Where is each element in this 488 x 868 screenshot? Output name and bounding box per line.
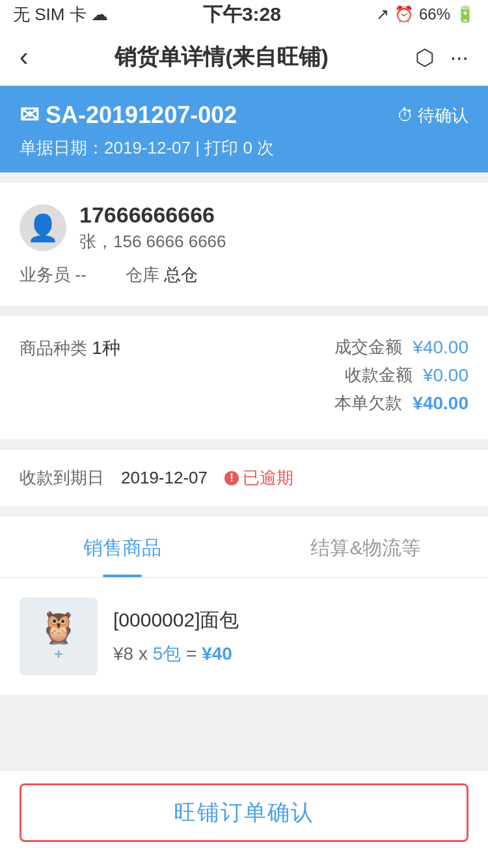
tabs-row: 销售商品 结算&物流等 xyxy=(0,517,488,578)
product-item: 🦉 + [0000002]面包 ¥8 x 5包 = ¥40 xyxy=(0,578,488,695)
order-status: ⏱ 待确认 xyxy=(397,104,468,127)
product-image: 🦉 + xyxy=(20,597,98,675)
product-logo-plus: + xyxy=(55,646,63,663)
user-icon: 👤 xyxy=(27,213,59,243)
order-id-row: ✉ SA-20191207-002 ⏱ 待确认 xyxy=(20,102,468,129)
due-label: 收款到期日 xyxy=(20,467,104,489)
due-section: 收款到期日 2019-12-07 ! 已逾期 xyxy=(0,450,488,506)
category-item: 商品种类 1种 xyxy=(20,336,120,360)
amount-label: 成交金额 xyxy=(334,336,402,359)
salesperson-value: -- xyxy=(75,265,86,284)
owed-label: 本单欠款 xyxy=(334,392,402,414)
order-header: ✉ SA-20191207-002 ⏱ 待确认 单据日期：2019-12-07 … xyxy=(0,86,488,172)
amount-value: ¥40.00 xyxy=(413,337,468,358)
avatar: 👤 xyxy=(20,204,66,251)
bottom-bar: 旺铺订单确认 xyxy=(0,770,488,868)
status-time: 下午3:28 xyxy=(203,1,281,28)
more-icon[interactable]: ··· xyxy=(450,44,468,70)
order-icon: ✉ xyxy=(20,102,39,129)
page-title: 销货单详情(来自旺铺) xyxy=(115,42,329,72)
warehouse-value: 总仓 xyxy=(164,265,198,284)
clock-icon: ⏱ xyxy=(397,105,414,126)
warehouse-item: 仓库 总仓 xyxy=(126,264,198,286)
tab-settlement[interactable]: 结算&物流等 xyxy=(244,517,488,577)
status-right: ↗ ⏰ 66% 🔋 xyxy=(376,5,475,23)
status-text: 待确认 xyxy=(418,104,468,127)
customer-details: 业务员 -- 仓库 总仓 xyxy=(20,264,468,286)
overdue-text: 已逾期 xyxy=(243,467,293,489)
received-label: 收款金额 xyxy=(345,364,413,387)
tabs-section: 销售商品 结算&物流等 🦉 + [0000002]面包 ¥8 x 5包 = ¥4… xyxy=(0,517,488,695)
product-qty: 5包 xyxy=(153,644,182,664)
overdue-icon: ! xyxy=(224,471,239,485)
salesperson-item: 业务员 -- xyxy=(20,264,87,286)
back-button[interactable]: ‹ xyxy=(20,42,28,72)
customer-row: 👤 17666666666 张，156 6666 6666 xyxy=(20,202,468,253)
price-formula: ¥8 x xyxy=(113,644,153,664)
due-date: 2019-12-07 xyxy=(121,468,208,488)
customer-info: 17666666666 张，156 6666 6666 xyxy=(79,202,226,253)
battery-icon: 🔋 xyxy=(455,5,475,23)
customer-name: 张，156 6666 6666 xyxy=(79,230,226,253)
order-id: ✉ SA-20191207-002 xyxy=(20,102,237,129)
received-row: 收款金额 ¥0.00 xyxy=(334,364,468,387)
alarm-icon: ⏰ xyxy=(394,5,414,23)
amount-row: 成交金额 ¥40.00 xyxy=(334,336,468,359)
battery-label: 66% xyxy=(419,5,450,23)
warehouse-label: 仓库 xyxy=(126,265,159,284)
customer-phone: 17666666666 xyxy=(79,202,226,228)
location-icon: ↗ xyxy=(376,5,389,23)
share-icon[interactable]: ⬡ xyxy=(415,44,435,70)
summary-section: 商品种类 1种 成交金额 ¥40.00 收款金额 ¥0.00 本单欠款 ¥40.… xyxy=(0,316,488,439)
product-total: ¥40 xyxy=(202,644,232,664)
salesperson-label: 业务员 xyxy=(20,265,70,284)
confirm-button[interactable]: 旺铺订单确认 xyxy=(20,783,468,842)
tab-sales-product[interactable]: 销售商品 xyxy=(0,517,244,577)
order-meta: 单据日期：2019-12-07 | 打印 0 次 xyxy=(20,137,468,159)
summary-left: 商品种类 1种 xyxy=(20,336,120,360)
product-list: 🦉 + [0000002]面包 ¥8 x 5包 = ¥40 xyxy=(0,578,488,695)
product-logo-icon: 🦉 xyxy=(39,610,78,646)
product-info: [0000002]面包 ¥8 x 5包 = ¥40 xyxy=(113,607,468,666)
status-left: 无 SIM 卡 ☁ xyxy=(13,3,108,26)
equals-sign: = xyxy=(181,644,202,664)
owed-row: 本单欠款 ¥40.00 xyxy=(334,392,468,414)
customer-section: 👤 17666666666 张，156 6666 6666 业务员 -- 仓库 … xyxy=(0,183,488,306)
category-label: 商品种类 xyxy=(20,338,87,358)
overdue-badge: ! 已逾期 xyxy=(224,467,293,489)
product-name: [0000002]面包 xyxy=(113,607,468,634)
nav-actions: ⬡ ··· xyxy=(415,44,468,70)
summary-grid: 商品种类 1种 成交金额 ¥40.00 收款金额 ¥0.00 本单欠款 ¥40.… xyxy=(20,336,468,420)
summary-right: 成交金额 ¥40.00 收款金额 ¥0.00 本单欠款 ¥40.00 xyxy=(334,336,468,420)
status-bar: 无 SIM 卡 ☁ 下午3:28 ↗ ⏰ 66% 🔋 xyxy=(0,0,488,29)
nav-bar: ‹ 销货单详情(来自旺铺) ⬡ ··· xyxy=(0,29,488,86)
owed-value: ¥40.00 xyxy=(413,393,468,414)
received-value: ¥0.00 xyxy=(423,365,468,386)
no-sim-label: 无 SIM 卡 ☁ xyxy=(13,3,108,26)
order-id-text: SA-20191207-002 xyxy=(46,102,237,129)
category-value: 1种 xyxy=(92,338,120,358)
product-thumbnail: 🦉 + xyxy=(20,597,98,675)
product-price: ¥8 x 5包 = ¥40 xyxy=(113,642,468,666)
